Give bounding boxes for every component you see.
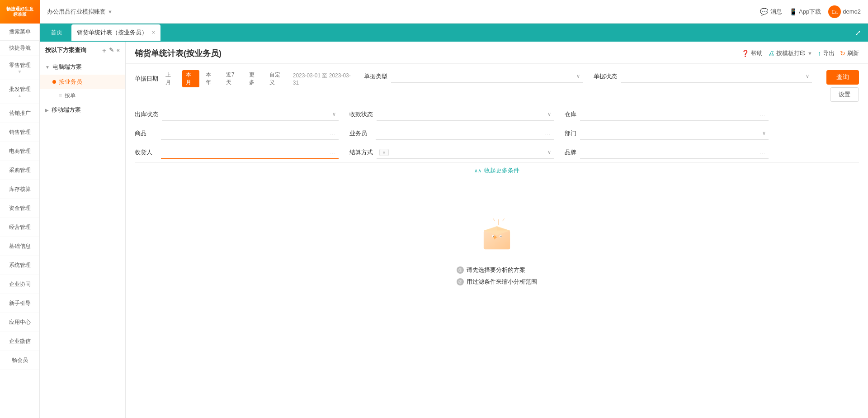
help-icon: ❓	[741, 50, 749, 57]
out-status-select[interactable]: ∨	[162, 108, 339, 121]
tab-home[interactable]: 首页	[43, 24, 70, 42]
doc-type-select[interactable]: ∨	[391, 70, 582, 83]
date-tab-custom[interactable]: 自定义	[266, 70, 288, 87]
page-title: 销货单统计表(按业务员)	[135, 48, 222, 59]
mobile-arrow: ▶	[45, 108, 49, 113]
tip-text-1: 请先选择要分析的方案	[467, 266, 525, 274]
receiver-dots: …	[330, 149, 336, 156]
active-dot	[52, 80, 56, 84]
sidebar-item-marketing[interactable]: 营销推广	[0, 104, 39, 123]
set-button[interactable]: 设置	[830, 87, 859, 102]
tab-close-icon[interactable]: ×	[152, 29, 155, 36]
refresh-button[interactable]: ↻ 刷新	[840, 49, 859, 57]
sidebar-item-basic[interactable]: 基础信息	[0, 237, 39, 256]
print-button[interactable]: 🖨 按模板打印 ▼	[768, 49, 812, 57]
doc-status-label: 单据状态	[594, 72, 621, 81]
sidebar-item-sales[interactable]: 销售管理	[0, 123, 39, 142]
edit-plan-icon[interactable]: ✎	[109, 47, 114, 54]
doc-status-chevron: ∨	[806, 73, 809, 79]
sidebar-item-member[interactable]: 畅会员	[0, 351, 39, 370]
sidebar-item-finance[interactable]: 资金管理	[0, 199, 39, 218]
payment-status-select[interactable]: ∨	[377, 108, 553, 121]
brand-select[interactable]: …	[580, 146, 769, 159]
sidebar-nav: 零售管理 ▼ 批发管理 ▲ 营销推广 销售管理 电商管理 采购管理 库存核算 资…	[0, 56, 39, 418]
pc-plan-title[interactable]: ▼ 电脑端方案	[40, 59, 125, 75]
payment-status-label: 收款状态	[349, 110, 377, 119]
tip-num-2: ②	[457, 278, 464, 285]
settlement-chevron: ∨	[547, 149, 551, 155]
ecommerce-label: 电商管理	[2, 147, 38, 155]
tab-expand-button[interactable]: ⤢	[851, 28, 864, 37]
sidebar-item-retail[interactable]: 零售管理 ▼	[0, 56, 39, 80]
add-plan-icon[interactable]: +	[102, 47, 106, 54]
avatar-text: Ea	[832, 9, 838, 14]
query-button[interactable]: 查询	[826, 70, 859, 85]
sidebar-quick[interactable]: 快捷导航	[0, 41, 39, 56]
left-panel-header: 按以下方案查询 + ✎ «	[40, 42, 125, 59]
user-menu[interactable]: Ea demo2	[828, 5, 861, 18]
sidebar-item-wholesale[interactable]: 批发管理 ▲	[0, 80, 39, 104]
date-label: 单据日期	[135, 75, 162, 83]
main-area: 办公用品行业模拟账套 ▼ 💬 消息 📱 App下载 Ea demo2 首页	[40, 0, 868, 418]
account-dropdown[interactable]: 办公用品行业模拟账套 ▼	[47, 8, 113, 16]
tab-active[interactable]: 销货单统计表（按业务员） ×	[71, 24, 160, 41]
date-tab-thismonth[interactable]: 本月	[182, 70, 200, 87]
app-download-button[interactable]: 📱 App下载	[789, 8, 821, 16]
message-button[interactable]: 💬 消息	[760, 8, 782, 16]
tip-num-1: ①	[457, 266, 464, 274]
warehouse-select[interactable]: …	[580, 108, 769, 121]
plan-item-salesperson[interactable]: 按业务员	[40, 75, 125, 89]
message-icon: 💬	[760, 8, 769, 16]
brand-label: 品牌	[565, 148, 580, 157]
sidebar-item-wechat[interactable]: 企业微信	[0, 332, 39, 351]
wholesale-label: 批发管理	[2, 86, 38, 93]
sidebar-item-purchase[interactable]: 采购管理	[0, 161, 39, 180]
collapse-button[interactable]: ∧∧ 收起更多条件	[135, 162, 859, 178]
salesperson-select[interactable]: …	[376, 127, 553, 140]
settlement-select[interactable]: × ∨	[377, 146, 553, 159]
date-tab-7days[interactable]: 近7天	[222, 70, 243, 87]
date-tab-lastmonth[interactable]: 上月	[162, 70, 179, 87]
sidebar-item-system[interactable]: 系统管理	[0, 256, 39, 275]
collapse-panel-icon[interactable]: «	[117, 47, 120, 54]
header-right: 💬 消息 📱 App下载 Ea demo2	[760, 5, 861, 18]
brand-dots: …	[760, 149, 766, 156]
product-select[interactable]: …	[161, 127, 339, 140]
date-tab-thisyear[interactable]: 本年	[202, 70, 220, 87]
plan-sub-item-order[interactable]: ≡ 按单	[40, 89, 125, 102]
sidebar-item-ecommerce[interactable]: 电商管理	[0, 142, 39, 161]
receiver-select[interactable]: …	[161, 146, 339, 159]
out-status-chevron: ∨	[332, 111, 336, 117]
order-sub-label: 按单	[65, 92, 75, 100]
product-label: 商品	[135, 129, 161, 138]
sidebar-item-operations[interactable]: 经营管理	[0, 218, 39, 237]
page-title-bar: 销货单统计表(按业务员) ❓ 帮助 🖨 按模板打印 ▼ ↑ 导出	[126, 42, 868, 64]
left-panel: 按以下方案查询 + ✎ « ▼ 电脑端方案 按业务员 ≡ 按单	[40, 42, 126, 418]
help-button[interactable]: ❓ 帮助	[741, 49, 763, 57]
sidebar-item-appcenter[interactable]: 应用中心	[0, 313, 39, 332]
department-label: 部门	[565, 129, 580, 138]
settlement-tag-x[interactable]: ×	[382, 150, 385, 155]
sidebar-item-newuser[interactable]: 新手引导	[0, 294, 39, 313]
department-select[interactable]: ∨	[580, 127, 769, 140]
mobile-plan-title[interactable]: ▶ 移动端方案	[40, 102, 125, 118]
account-chevron: ▼	[108, 9, 113, 14]
tip-text-2: 用过滤条件来缩小分析范围	[467, 278, 537, 286]
export-button[interactable]: ↑ 导出	[818, 49, 835, 57]
empty-illustration: ✦	[474, 212, 519, 257]
salesperson-plan-label: 按业务员	[59, 78, 82, 86]
account-label: 办公用品行业模拟账套	[47, 8, 106, 16]
doc-status-select[interactable]: ∨	[621, 70, 812, 83]
out-status-label: 出库状态	[135, 110, 162, 119]
wholesale-arrow: ▲	[2, 93, 38, 98]
sidebar-item-enterprise[interactable]: 企业协同	[0, 275, 39, 294]
phone-icon: 📱	[789, 8, 797, 15]
finance-label: 资金管理	[2, 204, 38, 212]
page-actions: ❓ 帮助 🖨 按模板打印 ▼ ↑ 导出 ↻ 刷新	[741, 49, 859, 57]
home-label: 首页	[51, 28, 62, 37]
sidebar-item-inventory[interactable]: 库存核算	[0, 180, 39, 199]
svg-line-7	[503, 218, 505, 221]
department-chevron: ∨	[762, 130, 766, 136]
sidebar-search[interactable]: 搜索菜单	[0, 24, 39, 41]
date-tab-more[interactable]: 更多	[245, 70, 263, 87]
